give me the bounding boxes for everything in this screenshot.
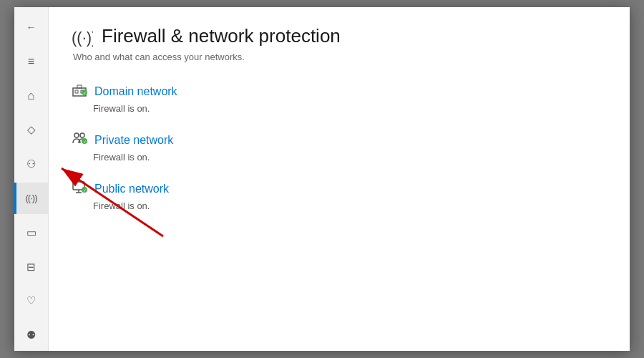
public-network-link[interactable]: Public network — [94, 183, 169, 195]
private-network-link[interactable]: Private network — [94, 134, 173, 147]
public-network-icon: ✓ — [72, 180, 87, 198]
sidebar: ← ≡ ⌂ ◇ ⚇ ((·)) ▭ ⊟ ♡ — [14, 7, 49, 351]
page-title: Firewall & network protection — [102, 25, 341, 47]
sidebar-item-health[interactable]: ♡ — [14, 285, 48, 316]
svg-text:✓: ✓ — [83, 140, 87, 144]
public-network-status: Firewall is on. — [93, 200, 607, 211]
sidebar-item-home[interactable]: ⌂ — [14, 80, 48, 112]
private-network-icon: ✓ — [72, 131, 87, 149]
page-header: ((·)) Firewall & network protection — [72, 24, 607, 47]
back-icon: ← — [26, 21, 36, 33]
public-network-section: ✓ Public network Firewall is on. — [72, 180, 607, 211]
sidebar-item-shield[interactable]: ◇ — [14, 114, 48, 145]
page-header-icon: ((·)) — [72, 24, 93, 47]
home-icon: ⌂ — [27, 89, 34, 103]
svg-point-9 — [74, 133, 79, 137]
family-icon: ⚉ — [26, 329, 36, 342]
settings-window: ← ≡ ⌂ ◇ ⚇ ((·)) ▭ ⊟ ♡ — [14, 7, 630, 351]
sidebar-item-apps[interactable]: ▭ — [14, 217, 48, 248]
private-network-status: Firewall is on. — [93, 152, 607, 163]
back-button[interactable]: ← — [14, 14, 48, 40]
svg-text:✓: ✓ — [83, 91, 87, 95]
domain-network-section: ✓ Domain network Firewall is on. — [72, 82, 607, 114]
svg-point-10 — [80, 133, 84, 137]
computer-icon: ⊟ — [26, 261, 36, 274]
outer-background: ← ≡ ⌂ ◇ ⚇ ((·)) ▭ ⊟ ♡ — [0, 0, 644, 358]
user-icon: ⚇ — [26, 158, 36, 170]
sidebar-item-firewall[interactable]: ((·)) — [14, 183, 48, 214]
domain-network-header: ✓ Domain network — [72, 82, 607, 100]
sidebar-hamburger[interactable]: ≡ — [14, 46, 48, 77]
svg-text:((·)): ((·)) — [72, 29, 93, 47]
public-network-header: ✓ Public network — [72, 180, 607, 198]
sidebar-item-family[interactable]: ⚉ — [14, 319, 48, 351]
private-network-header: ✓ Private network — [72, 131, 607, 149]
main-content: ((·)) Firewall & network protection Who … — [49, 7, 630, 351]
hamburger-icon: ≡ — [28, 55, 34, 68]
shield-icon: ◇ — [27, 123, 36, 136]
page-subtitle: Who and what can access your networks. — [73, 52, 607, 62]
private-network-section: ✓ Private network Firewall is on. — [72, 131, 607, 163]
domain-network-status: Firewall is on. — [93, 103, 607, 114]
health-icon: ♡ — [26, 294, 36, 307]
domain-network-icon: ✓ — [72, 82, 87, 100]
sidebar-item-user[interactable]: ⚇ — [14, 148, 48, 180]
firewall-icon: ((·)) — [26, 193, 37, 203]
svg-rect-4 — [75, 90, 78, 93]
apps-icon: ▭ — [26, 226, 36, 239]
domain-network-link[interactable]: Domain network — [94, 85, 177, 98]
svg-text:✓: ✓ — [83, 188, 87, 193]
sidebar-item-computer[interactable]: ⊟ — [14, 251, 48, 283]
